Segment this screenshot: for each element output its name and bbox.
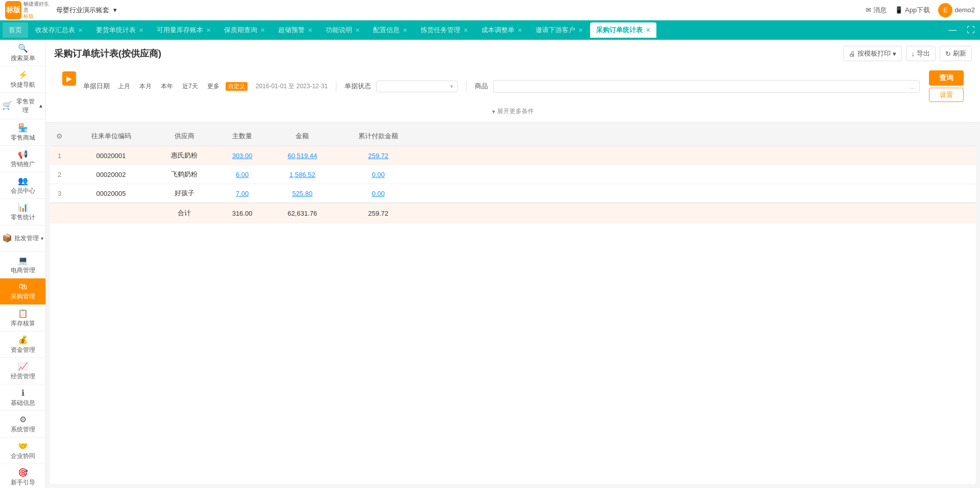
footer-empty-2 xyxy=(69,203,153,223)
user-profile[interactable]: E demo2 xyxy=(938,3,975,17)
guide-icon: 🎯 xyxy=(18,468,28,477)
main-content: 采购订单统计表(按供应商) 🖨 按模板打印 ▾ ↓ 导出 ↻ 刷新 xyxy=(46,40,980,488)
close-icon[interactable]: ✕ xyxy=(463,27,468,34)
footer-row: 合计 316.00 62,631.76 259.72 xyxy=(50,203,976,223)
operation-icon: 📈 xyxy=(18,362,28,371)
sidebar-item-basic[interactable]: ℹ 基础信息 xyxy=(0,384,45,411)
date-7days[interactable]: 近7天 xyxy=(179,81,201,92)
filter-toggle-btn[interactable]: ▶ xyxy=(62,71,76,86)
page-title: 采购订单统计表(按供应商) xyxy=(54,47,161,60)
main-layout: 🔍 搜索菜单 ⚡ 快捷导航 🛒 零售管理 ▲ 🏪 零售商城 📢 营销推广 👥 会… xyxy=(0,40,980,488)
supplier-1: 惠氏奶粉 xyxy=(153,146,216,165)
tab-gongneng[interactable]: 功能说明 ✕ xyxy=(320,22,366,38)
sidebar-item-finance[interactable]: 💰 资金管理 xyxy=(0,331,45,358)
sidebar-item-operation[interactable]: 📈 经营管理 xyxy=(0,358,45,384)
nav-minimize-btn[interactable]: — xyxy=(945,24,960,36)
paid-1[interactable]: 259.72 xyxy=(336,146,421,165)
tab-baozhi[interactable]: 保质期查询 ✕ xyxy=(218,22,271,38)
close-icon[interactable]: ✕ xyxy=(578,27,583,34)
close-icon[interactable]: ✕ xyxy=(403,27,407,34)
message-btn[interactable]: ✉ 消息 xyxy=(866,6,887,15)
close-icon[interactable]: ✕ xyxy=(260,27,265,34)
tab-jianhuo[interactable]: 拣货任务管理 ✕ xyxy=(414,22,474,38)
export-btn[interactable]: ↓ 导出 xyxy=(906,46,936,61)
chevron-down-icon: ▾ xyxy=(113,6,117,14)
table-row: 3 00020005 好孩子 7.00 525.80 0.00 xyxy=(50,184,976,203)
custom-date-badge[interactable]: 自定义 xyxy=(226,82,248,91)
close-icon[interactable]: ✕ xyxy=(139,27,143,34)
app-download-btn[interactable]: 📱 App下载 xyxy=(895,6,930,15)
date-last-month[interactable]: 上月 xyxy=(115,81,133,92)
close-icon[interactable]: ✕ xyxy=(518,27,522,34)
close-icon[interactable]: ✕ xyxy=(646,27,650,34)
export-icon: ↓ xyxy=(912,50,915,58)
close-icon[interactable]: ✕ xyxy=(308,27,312,34)
tab-caigou-active[interactable]: 采购订单统计表 ✕ xyxy=(590,22,656,38)
sidebar-item-quicknav[interactable]: ⚡ 快捷导航 xyxy=(0,66,45,93)
goods-input[interactable]: ... xyxy=(493,80,920,93)
tab-shoufacun[interactable]: 收发存汇总表 ✕ xyxy=(29,22,89,38)
workspace-selector[interactable]: 母婴行业演示账套 ▾ xyxy=(56,6,866,15)
nav-fullscreen-btn[interactable]: ⛶ xyxy=(964,24,978,36)
sidebar-item-retail[interactable]: 🛒 零售管理 ▲ xyxy=(0,93,45,119)
tab-home[interactable]: 首页 xyxy=(3,22,28,38)
tab-yaohuo[interactable]: 要货单统计表 ✕ xyxy=(90,22,150,38)
sidebar-item-retail-stats[interactable]: 📊 零售统计 xyxy=(0,199,45,225)
footer-paid: 259.72 xyxy=(336,203,421,223)
template-print-btn[interactable]: 🖨 按模板打印 ▾ xyxy=(843,46,902,61)
settings-btn[interactable]: 设置 xyxy=(929,88,964,102)
row-num-1: 1 xyxy=(50,146,69,165)
query-btn[interactable]: 查询 xyxy=(929,70,964,86)
sidebar-item-marketing[interactable]: 📢 营销推广 xyxy=(0,146,45,172)
date-more[interactable]: 更多 xyxy=(204,81,223,92)
qty-1[interactable]: 303.00 xyxy=(216,146,268,165)
table-header: ⚙ 往来单位编码 供应商 主数量 金额 累计付款金额 xyxy=(50,126,976,146)
status-select[interactable]: ▾ xyxy=(376,81,458,92)
date-this-month[interactable]: 本月 xyxy=(136,81,155,92)
settings-gear-icon[interactable]: ⚙ xyxy=(56,132,63,140)
sidebar-item-store[interactable]: 🏪 零售商城 xyxy=(0,119,45,146)
table-body: 1 00020001 惠氏奶粉 303.00 60,519.44 259.72 … xyxy=(50,146,976,203)
date-this-year[interactable]: 本年 xyxy=(158,81,176,92)
more-options-icon[interactable]: ... xyxy=(910,83,915,90)
sidebar-item-ecommerce[interactable]: 💻 电商管理 xyxy=(0,252,45,278)
amount-3[interactable]: 525.80 xyxy=(268,184,336,203)
sidebar-item-collab[interactable]: 🤝 企业协同 xyxy=(0,438,45,464)
tab-chaochuyujing[interactable]: 超储预警 ✕ xyxy=(272,22,318,38)
sidebar-item-inventory[interactable]: 📋 库存核算 xyxy=(0,305,45,331)
sidebar-item-system[interactable]: ⚙ 系统管理 xyxy=(0,411,45,438)
sidebar-item-wholesale[interactable]: 📦 批发管理 ▾ xyxy=(0,225,45,252)
paid-3[interactable]: 0.00 xyxy=(336,184,421,203)
system-icon: ⚙ xyxy=(19,415,27,424)
sidebar-item-guide[interactable]: 🎯 新手引导 xyxy=(0,464,45,488)
extra-2 xyxy=(421,165,976,184)
amount-1[interactable]: 60,519.44 xyxy=(268,146,336,165)
sidebar-item-purchase[interactable]: 🛍 采购管理 xyxy=(0,278,45,305)
member-icon: 👥 xyxy=(18,176,28,186)
tab-peizhi[interactable]: 配置信息 ✕ xyxy=(367,22,413,38)
table-footer: 合计 316.00 62,631.76 259.72 xyxy=(50,203,976,223)
sidebar-item-member[interactable]: 👥 会员中心 xyxy=(0,172,45,199)
qty-2[interactable]: 6.00 xyxy=(216,165,268,184)
qty-3[interactable]: 7.00 xyxy=(216,184,268,203)
refresh-icon: ↻ xyxy=(945,50,951,58)
th-amount: 金额 xyxy=(268,126,336,146)
close-icon[interactable]: ✕ xyxy=(78,27,83,34)
tab-chengben[interactable]: 成本调整单 ✕ xyxy=(475,22,528,38)
sidebar-item-search[interactable]: 🔍 搜索菜单 xyxy=(0,40,45,66)
table-container: ⚙ 往来单位编码 供应商 主数量 金额 累计付款金额 1 00020001 xyxy=(50,126,976,484)
expand-more-btn[interactable]: ▾ 展开更多条件 xyxy=(492,107,534,116)
filter-row: ▶ 单据日期 上月 本月 本年 近7天 更多 自定义 2016-01-01 至 … xyxy=(54,66,972,104)
footer-empty-1 xyxy=(50,203,69,223)
th-supplier: 供应商 xyxy=(153,126,216,146)
close-icon[interactable]: ✕ xyxy=(355,27,360,34)
close-icon[interactable]: ✕ xyxy=(206,27,211,34)
nav-tab-actions: — ⛶ xyxy=(945,24,978,36)
retail-stats-icon: 📊 xyxy=(18,202,28,212)
paid-2[interactable]: 0.00 xyxy=(336,165,421,184)
tab-keyongliang[interactable]: 可用量库存账本 ✕ xyxy=(151,22,217,38)
amount-2[interactable]: 1,586.52 xyxy=(268,165,336,184)
refresh-btn[interactable]: ↻ 刷新 xyxy=(940,46,972,61)
print-icon: 🖨 xyxy=(849,50,855,58)
tab-yaoqing[interactable]: 邀请下游客户 ✕ xyxy=(529,22,589,38)
